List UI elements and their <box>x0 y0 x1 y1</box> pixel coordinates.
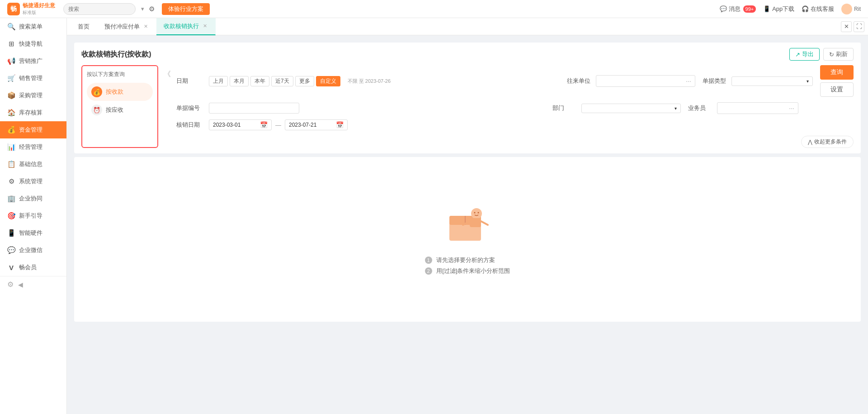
top-bar-right: 💬 消息 99+ 📱 App下载 🎧 在线客服 Rit <box>720 4 861 14</box>
refresh-button[interactable]: ↻ 刷新 <box>823 48 854 61</box>
sidebar-item-search-menu[interactable]: 🔍 搜索菜单 <box>0 18 66 35</box>
sidebar-label-wechat: 企业微信 <box>19 246 42 254</box>
tab-home-label: 首页 <box>78 23 90 31</box>
sidebar-item-hardware[interactable]: 📱 智能硬件 <box>0 224 66 242</box>
sidebar-bottom: ⚙ ◀ <box>0 276 66 292</box>
collapse-arrow[interactable]: 《 <box>164 65 171 148</box>
sidebar-item-business[interactable]: 📊 经营管理 <box>0 138 66 156</box>
hint-num-1: 1 <box>425 257 432 264</box>
bill-type-filter: 单据类型 ▾ <box>703 76 813 86</box>
tab-expand-button[interactable]: ⛶ <box>854 21 864 32</box>
collapse-more-row: ⋀ 收起更多条件 <box>176 136 854 148</box>
tab-bar: 首页 预付冲应付单 ✕ 收款核销执行 ✕ ✕ ⛶ <box>67 18 868 35</box>
collapse-more-button[interactable]: ⋀ 收起更多条件 <box>801 136 854 148</box>
dept-filter: 部门 ▾ <box>307 104 681 113</box>
settings-icon[interactable]: ⚙ <box>149 5 155 13</box>
settings-button[interactable]: 设置 <box>820 82 854 97</box>
sidebar-item-purchase[interactable]: 📦 采购管理 <box>0 87 66 104</box>
date-btn-last-month[interactable]: 上月 <box>209 76 228 86</box>
marketing-icon: 📢 <box>7 57 15 65</box>
hint-text-1: 请先选择要分析的方案 <box>436 257 495 263</box>
verify-date-end-input[interactable] <box>289 122 334 128</box>
sidebar-item-base-info[interactable]: 📋 基础信息 <box>0 156 66 173</box>
verify-date-label: 核销日期 <box>176 121 202 129</box>
date-btn-7days[interactable]: 近7天 <box>271 76 293 86</box>
empty-state: 1 请先选择要分析的方案 2 用[过滤]条件来缩小分析范围 <box>83 175 852 304</box>
date-btn-custom[interactable]: 自定义 <box>316 76 340 86</box>
query-type-panel: 按以下方案查询 💰 按收款 ⏰ 按应收 <box>81 65 158 148</box>
filter-section: 按以下方案查询 💰 按收款 ⏰ 按应收 《 <box>81 65 854 148</box>
sidebar-item-wechat[interactable]: 💬 企业微信 <box>0 242 66 259</box>
sidebar-item-system[interactable]: ⚙ 系统管理 <box>0 173 66 190</box>
calendar-start-icon[interactable]: 📅 <box>260 121 268 128</box>
verify-date-start-wrapper: 📅 <box>209 119 272 130</box>
settings-bottom-icon[interactable]: ⚙ <box>7 280 14 289</box>
online-service-item[interactable]: 🎧 在线客服 <box>802 5 834 13</box>
sidebar-item-finance[interactable]: 💰 资金管理 <box>0 121 66 138</box>
page-header-actions: ↗ 导出 ↻ 刷新 <box>789 48 854 61</box>
svg-point-7 <box>474 212 476 214</box>
message-item[interactable]: 💬 消息 99+ <box>720 5 756 13</box>
app-download-item[interactable]: 📱 App下载 <box>763 5 794 13</box>
date-btn-this-year[interactable]: 本年 <box>250 76 269 86</box>
sidebar-label-sales: 销售管理 <box>19 74 42 82</box>
tab-home[interactable]: 首页 <box>71 18 97 35</box>
tab-receivable-close[interactable]: ✕ <box>202 23 208 29</box>
purchase-icon: 📦 <box>7 91 15 100</box>
date-btn-this-month[interactable]: 本月 <box>230 76 249 86</box>
app-download-label: App下载 <box>772 5 794 13</box>
user-avatar <box>841 4 852 14</box>
logo-icon: 畅 <box>7 3 20 15</box>
tab-receivable[interactable]: 收款核销执行 ✕ <box>156 18 216 35</box>
content-area: 首页 预付冲应付单 ✕ 收款核销执行 ✕ ✕ ⛶ 收款核销执行(按收款) <box>67 18 868 414</box>
date-btn-more[interactable]: 更多 <box>295 76 314 86</box>
unit-select[interactable]: ··· <box>596 75 695 87</box>
sidebar-item-inventory[interactable]: 🏠 库存核算 <box>0 104 66 121</box>
tab-close-all-button[interactable]: ✕ <box>841 21 852 32</box>
top-search-input[interactable] <box>63 3 136 15</box>
solution-button[interactable]: 体验行业方案 <box>162 3 210 15</box>
filter-row-1: 日期 上月 本月 本年 近7天 更多 自定义 不限 至 2023-07-26 <box>176 65 854 97</box>
sidebar-label-member: 畅会员 <box>19 263 37 271</box>
bill-type-chevron-icon: ▾ <box>807 79 809 84</box>
verify-date-start-input[interactable] <box>213 122 258 128</box>
dept-select[interactable]: ▾ <box>581 104 681 113</box>
calendar-end-icon[interactable]: 📅 <box>336 121 344 128</box>
online-service-label: 在线客服 <box>811 5 834 13</box>
tab-prepay-close[interactable]: ✕ <box>142 24 149 30</box>
tab-prepay[interactable]: 预付冲应付单 ✕ <box>97 18 156 35</box>
refresh-icon: ↻ <box>829 51 834 58</box>
sidebar-item-sales[interactable]: 🛒 销售管理 <box>0 70 66 87</box>
chevron-up-icon: ⋀ <box>808 139 812 145</box>
chevron-left-icon[interactable]: 《 <box>164 70 171 79</box>
unit-select-icon: ··· <box>686 77 691 85</box>
sidebar-label-quicknav: 快捷导航 <box>19 40 42 48</box>
finance-icon: 💰 <box>7 126 15 134</box>
sidebar-item-quick-nav[interactable]: ⊞ 快捷导航 <box>0 35 66 52</box>
sidebar-item-member[interactable]: V 畅会员 <box>0 259 66 276</box>
sidebar-label-finance: 资金管理 <box>19 126 42 134</box>
query-button[interactable]: 查询 <box>820 65 854 80</box>
export-button[interactable]: ↗ 导出 <box>789 48 820 61</box>
receivable-icon: ⏰ <box>91 105 102 115</box>
sidebar-item-enterprise[interactable]: 🏢 企业协同 <box>0 190 66 207</box>
sidebar-label-marketing: 营销推广 <box>19 57 42 65</box>
sidebar-item-marketing[interactable]: 📢 营销推广 <box>0 52 66 70</box>
tab-bar-actions: ✕ ⛶ <box>841 21 864 32</box>
hardware-icon: 📱 <box>7 229 15 237</box>
sidebar-item-guide[interactable]: 🎯 新手引导 <box>0 207 66 224</box>
app-title: 畅捷通好生意 <box>23 2 55 10</box>
page-header-section: 收款核销执行(按收款) ↗ 导出 ↻ 刷新 <box>74 43 861 153</box>
base-info-icon: 📋 <box>7 160 15 168</box>
query-type-by-receipt[interactable]: 💰 按收款 <box>87 83 153 101</box>
user-item[interactable]: Rit <box>841 4 861 14</box>
sidebar-label-hardware: 智能硬件 <box>19 229 42 237</box>
chevron-down-icon[interactable]: ▾ <box>141 5 144 12</box>
query-type-by-receivable[interactable]: ⏰ 按应收 <box>87 101 153 119</box>
username-label: Rit <box>854 6 861 12</box>
filter-row-2: 单据编号 部门 ▾ 业务员 <box>176 102 854 114</box>
staff-select[interactable]: ··· <box>717 102 798 114</box>
collapse-sidebar-button[interactable]: ◀ <box>18 281 23 288</box>
bill-no-input[interactable] <box>209 103 299 114</box>
bill-type-select[interactable]: ▾ <box>731 76 813 86</box>
